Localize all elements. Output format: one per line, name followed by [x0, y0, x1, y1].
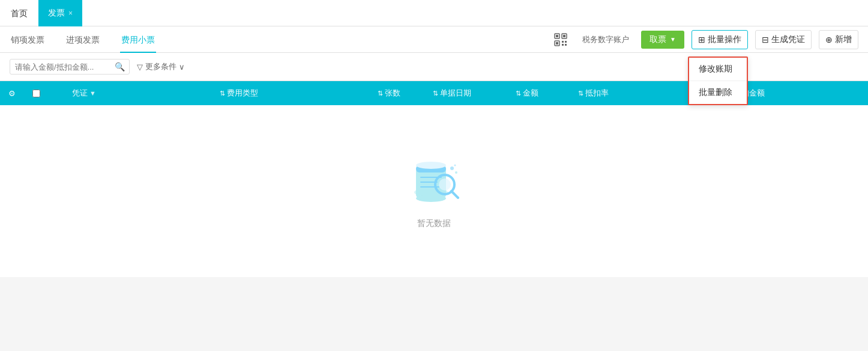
add-icon: ⊕ [825, 35, 833, 44]
sub-tabs-right: 税务数字账户 取票 ▼ ⊞ 批量操作 修改账期 批量删除 ⊟ 生成凭证 [551, 30, 858, 49]
tab-expense[interactable]: 费用小票 [120, 26, 156, 53]
svg-rect-3 [563, 35, 565, 37]
batch-label: 批量操作 [708, 34, 741, 45]
nav-tab-close[interactable]: × [68, 9, 73, 17]
voucher-filter-icon[interactable]: ▼ [89, 90, 96, 97]
tax-account-btn[interactable]: 税务数字账户 [577, 34, 634, 45]
th-checkbox[interactable] [24, 81, 48, 105]
th-expense-type: ⇅ 费用类型 ⇅ [120, 81, 365, 105]
batch-icon: ⊞ [698, 35, 705, 44]
svg-rect-8 [562, 44, 564, 46]
sort-icon-deduct-rate[interactable]: ⇅ [578, 90, 583, 97]
th-deduct-rate: ⇅ 抵扣率 [563, 81, 623, 105]
svg-rect-7 [565, 41, 567, 43]
take-ticket-btn[interactable]: 取票 ▼ [641, 31, 684, 49]
table-container: ⚙ 凭证 ▼ ⇅ 费用类型 ⇅ ⇅ 张数 ⇅ 单据日期 ⇅ 金额 ⇅ 抵扣率 [0, 81, 868, 277]
qr-svg [554, 33, 567, 46]
take-btn-label: 取票 [649, 34, 666, 45]
tab-sales[interactable]: 销项发票 [10, 26, 46, 53]
sort-icon-date[interactable]: ⇅ [433, 90, 438, 97]
svg-point-22 [455, 171, 457, 174]
nav-tab-invoice[interactable]: 发票 × [38, 0, 82, 26]
voucher-label: 生成凭证 [771, 34, 805, 45]
sort-icon-count[interactable]: ⇅ [378, 90, 383, 97]
svg-point-14 [416, 195, 446, 202]
top-nav: 首页 发票 × [0, 0, 868, 26]
svg-rect-1 [556, 35, 558, 37]
generate-voucher-btn[interactable]: ⊟ 生成凭证 [755, 30, 812, 49]
batch-dropdown-menu: 修改账期 批量删除 [688, 56, 748, 105]
th-date: ⇅ 单据日期 [413, 81, 491, 105]
filter-arrow: ∨ [179, 63, 185, 72]
add-btn[interactable]: ⊕ 新增 [819, 30, 858, 49]
th-amount: ⇅ 金额 [491, 81, 563, 105]
svg-rect-6 [562, 41, 564, 43]
batch-operation-wrapper: ⊞ 批量操作 修改账期 批量删除 [692, 30, 748, 49]
nav-tab-label: 发票 [48, 8, 65, 19]
empty-illustration [398, 141, 470, 213]
dropdown-item-modify-period[interactable]: 修改账期 [689, 58, 747, 81]
qr-icon[interactable] [551, 30, 570, 49]
tab-purchase[interactable]: 进项发票 [65, 26, 101, 53]
settings-icon: ⚙ [8, 89, 16, 98]
search-input[interactable] [15, 63, 111, 72]
th-count: ⇅ 张数 [365, 81, 413, 105]
svg-point-23 [454, 165, 456, 166]
empty-text: 暂无数据 [417, 218, 451, 229]
th-settings[interactable]: ⚙ [0, 81, 24, 105]
select-all-checkbox[interactable] [32, 90, 40, 97]
svg-point-21 [450, 166, 454, 170]
batch-operation-btn[interactable]: ⊞ 批量操作 [692, 30, 748, 49]
nav-home[interactable]: 首页 [0, 0, 38, 26]
sort-icon-amount[interactable]: ⇅ [516, 90, 521, 97]
svg-point-13 [416, 162, 446, 169]
add-label: 新增 [835, 34, 852, 45]
filter-btn[interactable]: ▽ 更多条件 ∨ [137, 61, 185, 72]
voucher-icon: ⊟ [762, 35, 769, 44]
dropdown-item-batch-delete[interactable]: 批量删除 [689, 81, 747, 104]
search-icon[interactable]: 🔍 [115, 62, 125, 72]
th-voucher: 凭证 ▼ [48, 81, 120, 105]
sub-tabs-left: 销项发票 进项发票 费用小票 [10, 26, 156, 53]
svg-rect-5 [556, 42, 558, 44]
svg-rect-9 [565, 44, 567, 46]
sub-tabs-bar: 销项发票 进项发票 费用小票 税务数字账户 取 [0, 26, 868, 53]
filter-label: 更多条件 [145, 61, 176, 72]
sort-icon-expense[interactable]: ⇅ [220, 90, 225, 97]
filter-icon: ▽ [137, 63, 143, 72]
search-box: 🔍 [10, 59, 130, 75]
svg-line-20 [451, 191, 458, 198]
take-btn-arrow: ▼ [670, 36, 676, 43]
svg-point-19 [439, 179, 451, 191]
empty-state: 暂无数据 [0, 105, 868, 277]
